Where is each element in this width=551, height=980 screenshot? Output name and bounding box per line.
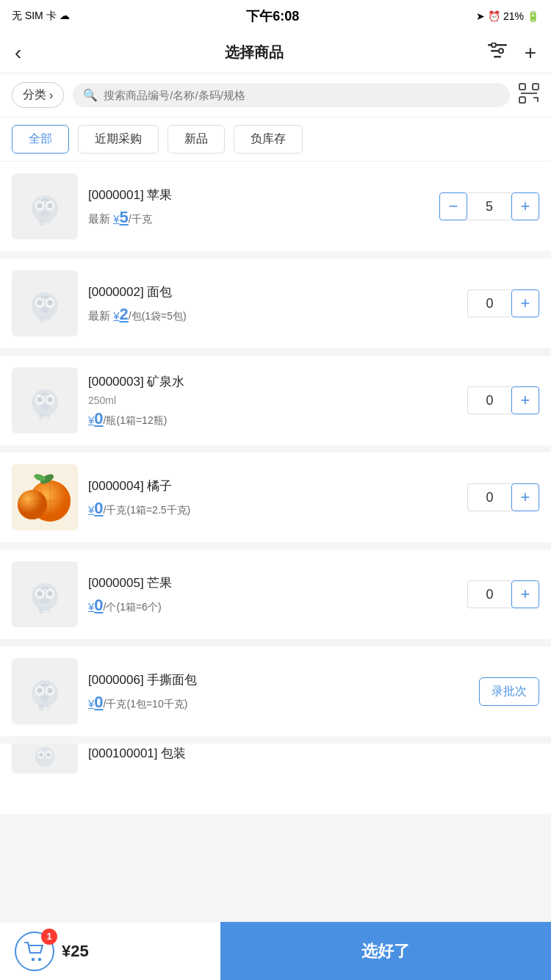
separator bbox=[0, 641, 551, 646]
svg-point-54 bbox=[35, 747, 55, 767]
battery-icon: 🔋 bbox=[527, 10, 539, 22]
price-prefix: 最新 bbox=[88, 212, 113, 225]
quantity-input[interactable] bbox=[467, 192, 511, 220]
placeholder-owl-icon: 智十 bbox=[25, 284, 65, 323]
quantity-control: − + bbox=[439, 192, 539, 220]
separator bbox=[0, 544, 551, 550]
svg-rect-5 bbox=[519, 84, 525, 90]
search-input[interactable] bbox=[104, 89, 500, 101]
svg-rect-6 bbox=[533, 84, 539, 90]
product-spec: 250ml bbox=[88, 394, 457, 406]
increment-button[interactable]: + bbox=[511, 483, 539, 511]
cart-total: ¥25 bbox=[62, 942, 89, 961]
list-item: 智十 [0000003] 矿泉水 250ml ¥0/瓶(1箱=12瓶) + bbox=[0, 356, 551, 445]
separator bbox=[0, 447, 551, 453]
product-info: [0000006] 手撕面包 ¥0/千克(1包=10千克) bbox=[88, 671, 469, 712]
page-title: 选择商品 bbox=[225, 43, 284, 62]
search-bar: 分类 › 🔍 bbox=[0, 73, 551, 118]
product-image bbox=[12, 743, 78, 774]
product-info: [0000001] 苹果 最新 ¥5/千克 bbox=[88, 187, 429, 227]
product-name: [0000005] 芒果 bbox=[88, 574, 457, 591]
record-batch-button[interactable]: 录批次 bbox=[479, 677, 539, 706]
alarm-icon: ⏰ bbox=[488, 10, 500, 22]
list-item: [0000004] 橘子 ¥0/千克(1箱=2.5千克) + bbox=[0, 453, 551, 542]
separator bbox=[0, 738, 551, 743]
product-info: [0000002] 面包 最新 ¥2/包(1袋=5包) bbox=[88, 284, 457, 324]
cart-section: 1 ¥25 bbox=[0, 932, 220, 971]
bottom-bar: 1 ¥25 选好了 bbox=[0, 921, 551, 980]
quantity-input[interactable] bbox=[467, 483, 511, 511]
quantity-control: + bbox=[467, 289, 539, 317]
location-icon: ➤ bbox=[476, 10, 485, 22]
status-left: 无 SIM 卡 ☁ bbox=[12, 10, 70, 23]
svg-rect-2 bbox=[494, 56, 501, 58]
quantity-input[interactable] bbox=[467, 386, 511, 414]
svg-point-52 bbox=[40, 695, 49, 701]
increment-button[interactable]: + bbox=[511, 386, 539, 414]
placeholder-owl-icon bbox=[25, 743, 65, 770]
status-right: ➤ ⏰ 21% 🔋 bbox=[476, 10, 539, 22]
increment-button[interactable]: + bbox=[511, 289, 539, 317]
filter-tabs: 全部 近期采购 新品 负库存 bbox=[0, 118, 551, 162]
product-image: 智十 bbox=[12, 270, 78, 336]
product-image bbox=[12, 464, 78, 530]
product-name: [0000006] 手撕面包 bbox=[88, 671, 469, 688]
quantity-control: + bbox=[467, 580, 539, 608]
tab-all[interactable]: 全部 bbox=[12, 125, 69, 154]
svg-point-58 bbox=[47, 753, 51, 757]
tab-recent[interactable]: 近期采购 bbox=[78, 125, 159, 154]
svg-point-21 bbox=[37, 300, 43, 306]
svg-point-28 bbox=[37, 397, 43, 403]
category-label: 分类 bbox=[23, 87, 46, 103]
record-batch-wrap: 录批次 bbox=[479, 677, 539, 706]
cart-button[interactable]: 1 bbox=[15, 932, 54, 971]
quantity-input[interactable] bbox=[467, 289, 511, 317]
svg-point-35 bbox=[18, 490, 47, 519]
placeholder-owl-icon: 智十 bbox=[25, 187, 65, 226]
product-name: [0000001] 苹果 bbox=[88, 187, 429, 203]
product-price: ¥0/瓶(1箱=12瓶) bbox=[88, 409, 457, 428]
back-button[interactable]: ‹ bbox=[15, 41, 21, 65]
quantity-input[interactable] bbox=[467, 580, 511, 608]
product-image: 智十 bbox=[12, 658, 78, 724]
product-image: 智十 bbox=[12, 561, 78, 627]
svg-point-30 bbox=[40, 404, 49, 410]
svg-point-23 bbox=[40, 307, 49, 313]
product-price: ¥0/千克(1包=10千克) bbox=[88, 693, 469, 712]
decrement-button[interactable]: − bbox=[439, 192, 467, 220]
increment-button[interactable]: + bbox=[511, 192, 539, 220]
nav-bar: ‹ 选择商品 + bbox=[0, 32, 551, 73]
search-icon: 🔍 bbox=[83, 88, 98, 102]
product-image: 智十 bbox=[12, 173, 78, 239]
status-bar: 无 SIM 卡 ☁ 下午6:08 ➤ ⏰ 21% 🔋 bbox=[0, 0, 551, 32]
svg-point-60 bbox=[38, 957, 41, 960]
category-chevron: › bbox=[49, 89, 53, 102]
svg-text:智十: 智十 bbox=[38, 413, 51, 420]
svg-point-57 bbox=[39, 753, 43, 757]
product-price: 最新 ¥2/包(1袋=5包) bbox=[88, 305, 457, 324]
scan-icon[interactable] bbox=[519, 83, 539, 108]
tab-new[interactable]: 新品 bbox=[168, 125, 225, 154]
increment-button[interactable]: + bbox=[511, 580, 539, 608]
category-button[interactable]: 分类 › bbox=[12, 82, 64, 108]
svg-point-50 bbox=[37, 688, 43, 693]
product-name: [0000004] 橘子 bbox=[88, 478, 457, 494]
placeholder-owl-icon: 智十 bbox=[25, 574, 65, 614]
product-info: [0000003] 矿泉水 250ml ¥0/瓶(1箱=12瓶) bbox=[88, 373, 457, 428]
tab-negative[interactable]: 负库存 bbox=[234, 125, 303, 154]
product-name: [0000002] 面包 bbox=[88, 284, 457, 300]
filter-icon[interactable] bbox=[488, 43, 507, 63]
nav-right: + bbox=[488, 41, 536, 65]
status-time: 下午6:08 bbox=[246, 7, 299, 25]
separator bbox=[0, 350, 551, 356]
add-icon[interactable]: + bbox=[525, 41, 536, 65]
svg-point-43 bbox=[37, 591, 43, 597]
product-price: ¥0/千克(1箱=2.5千克) bbox=[88, 499, 457, 518]
svg-rect-0 bbox=[488, 44, 507, 46]
svg-point-16 bbox=[40, 210, 49, 216]
quantity-control: + bbox=[467, 483, 539, 511]
svg-point-51 bbox=[48, 688, 53, 693]
confirm-button[interactable]: 选好了 bbox=[220, 922, 551, 981]
svg-point-44 bbox=[48, 591, 53, 597]
svg-point-29 bbox=[48, 397, 53, 403]
